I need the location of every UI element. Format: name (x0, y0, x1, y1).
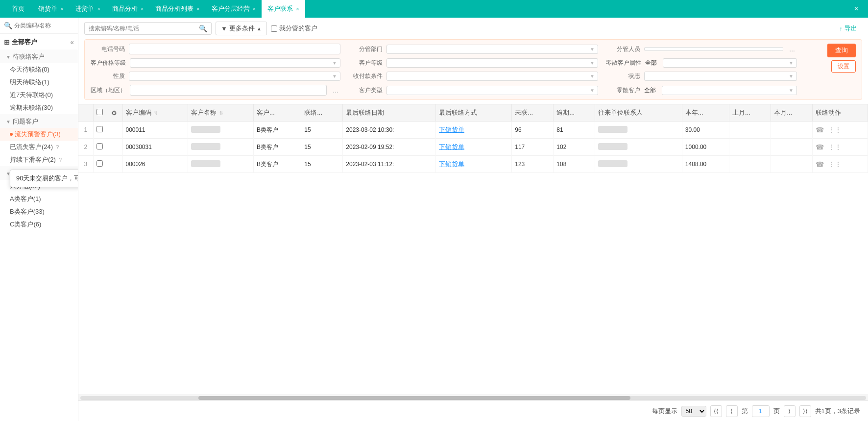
filter-input-region[interactable] (130, 85, 327, 96)
sidebar-item-class-a[interactable]: A类客户(1) (0, 193, 78, 205)
filter-select-payment[interactable]: ▼ (386, 72, 598, 81)
col-checkbox-header (93, 104, 108, 122)
row-2-checkbox[interactable] (93, 139, 108, 156)
filter-select-person[interactable] (644, 47, 783, 51)
page-unit-label: 页 (773, 407, 780, 416)
nav-customer-tier[interactable]: 客户分层经营 × (206, 0, 262, 18)
filter-dots-person[interactable]: ... (787, 45, 797, 53)
row-1-method-link[interactable]: 下销货单 (439, 126, 464, 133)
col-settings[interactable]: ⚙ (108, 104, 122, 122)
nav-purchase[interactable]: 进货单 × (69, 0, 106, 18)
first-page-button[interactable]: ⟨⟨ (710, 405, 722, 417)
collapse-icon[interactable]: « (70, 38, 74, 46)
prev-page-button[interactable]: ⟨ (726, 405, 738, 417)
grid-icon: ⊞ (4, 38, 10, 46)
export-button[interactable]: ↑ 导出 (835, 22, 863, 35)
filter-select-customer-type[interactable]: ▼ (386, 86, 598, 95)
row-3-checkbox[interactable] (93, 156, 108, 173)
filter-dots-region[interactable]: ... (331, 86, 340, 94)
row-1-code: 000011 (122, 122, 188, 139)
row-3-uncontacted: 123 (512, 156, 554, 173)
row-3-action-phone[interactable]: ☎ (816, 160, 824, 168)
filter-select-nature[interactable]: ▼ (129, 72, 340, 81)
nav-customer-tier-close[interactable]: × (253, 6, 256, 12)
sidebar-item-declining[interactable]: 持续下滑客户(2) ? (0, 153, 78, 166)
col-uncontacted: 未联... (512, 104, 554, 122)
nav-product-analysis-list[interactable]: 商品分析列表 × (149, 0, 205, 18)
nav-customer-contact-close[interactable]: × (296, 6, 299, 12)
sidebar-item-class-c[interactable]: C类客户(6) (0, 218, 78, 231)
sidebar-item-7days[interactable]: 近7天待联络(0) (0, 89, 78, 101)
row-2-action-more[interactable]: ⋮⋮ (828, 143, 842, 151)
sidebar-item-churn-warning[interactable]: 流失预警客户(3) (0, 128, 78, 141)
row-2-method-link[interactable]: 下销货单 (439, 143, 464, 150)
row-3-this-month (771, 156, 813, 173)
horizontal-scrollbar[interactable] (78, 395, 868, 400)
filter-select-status[interactable]: ▼ (644, 72, 797, 81)
filter-row-dept: 分管部门 ▼ (348, 44, 598, 54)
sidebar-item-tomorrow[interactable]: 明天待联络(1) (0, 76, 78, 89)
row-1-contact-person (595, 122, 682, 139)
page-number-input[interactable] (752, 405, 770, 417)
select-all-checkbox[interactable] (96, 109, 103, 115)
col-name[interactable]: 客户名称 ⇅ (188, 104, 254, 122)
col-actions: 联络动作 (813, 104, 868, 122)
my-customers-checkbox-label[interactable]: 我分管的客户 (271, 24, 317, 33)
scrollbar-thumb[interactable] (198, 396, 630, 400)
row-3-method-link[interactable]: 下销货单 (439, 160, 464, 168)
main-search-icon[interactable]: 🔍 (199, 25, 207, 32)
nav-product-analysis[interactable]: 商品分析 × (106, 0, 149, 18)
main-search-input[interactable] (89, 25, 197, 32)
nav-sales-close[interactable]: × (60, 6, 63, 12)
sidebar-item-overdue-contact[interactable]: 逾期未联络(30) (0, 101, 78, 114)
filter-input-phone[interactable] (129, 44, 340, 54)
col-code[interactable]: 客户编码 ⇅ (122, 104, 188, 122)
row-1-last-month (729, 122, 771, 139)
last-page-button[interactable]: ⟩⟩ (799, 405, 811, 417)
more-conditions-button[interactable]: ▼ 更多条件 ▲ (216, 22, 267, 35)
row-2-contact-person (595, 139, 682, 156)
sidebar-item-class-b[interactable]: B类客户(33) (0, 205, 78, 218)
scrollbar-track[interactable] (80, 396, 866, 400)
nav-purchase-close[interactable]: × (97, 6, 100, 12)
sidebar-search-input[interactable] (14, 22, 78, 29)
filter-select-scatter-attr[interactable]: ▼ (663, 58, 797, 68)
nav-customer-contact[interactable]: 客户联系 × (262, 0, 305, 18)
row-2-this-month (771, 139, 813, 156)
filter-select-price-tier[interactable]: ▼ (130, 58, 340, 68)
row-3-action-more[interactable]: ⋮⋮ (828, 160, 842, 168)
filter-icon: ▼ (221, 25, 227, 32)
filter-select-scatter[interactable]: ▼ (662, 86, 797, 95)
all-customers-header[interactable]: ⊞ 全部客户 « (0, 34, 78, 50)
col-overdue: 逾期... (554, 104, 595, 122)
filter-row-person: 分管人员 ... 查询 (606, 44, 856, 54)
row-1-settings (108, 122, 122, 139)
per-page-select[interactable]: 50 100 200 (681, 406, 706, 417)
row-2-type: B类客户 (253, 139, 301, 156)
row-1-action-phone[interactable]: ☎ (816, 126, 824, 134)
filter-top-row: 🔍 ▼ 更多条件 ▲ 我分管的客户 ↑ 导出 (84, 22, 862, 35)
row-1-last-method: 下销货单 (435, 122, 511, 139)
nav-product-analysis-list-close[interactable]: × (196, 6, 199, 12)
row-1-checkbox[interactable] (93, 122, 108, 139)
main-search-wrap: 🔍 (84, 22, 212, 35)
filter-select-dept[interactable]: ▼ (386, 45, 598, 54)
my-customers-checkbox[interactable] (271, 25, 277, 32)
sidebar-section-problem[interactable]: ▼ 问题客户 (0, 114, 78, 128)
nav-sales[interactable]: 销货单 × (32, 0, 69, 18)
sidebar-item-today[interactable]: 今天待联络(0) (0, 63, 78, 76)
filter-select-customer-tier[interactable]: ▼ (386, 58, 598, 68)
next-page-button[interactable]: ⟩ (784, 405, 796, 417)
settings-button[interactable]: 设置 (831, 60, 856, 73)
row-2-action-phone[interactable]: ☎ (816, 143, 824, 151)
query-button[interactable]: 查询 (827, 44, 856, 57)
filter-label-status: 状态 (606, 72, 640, 80)
sidebar-section-pending[interactable]: ▼ 待联络客户 (0, 50, 78, 63)
nav-home[interactable]: 首页 (4, 0, 32, 18)
question-icon-declining: ? (59, 157, 62, 163)
nav-product-analysis-close[interactable]: × (141, 6, 144, 12)
row-1-action-more[interactable]: ⋮⋮ (828, 126, 842, 134)
sidebar-item-churned[interactable]: 已流失客户(24) ? (0, 141, 78, 153)
window-close-button[interactable]: × (848, 0, 864, 18)
row-2-code: 00030031 (122, 139, 188, 156)
